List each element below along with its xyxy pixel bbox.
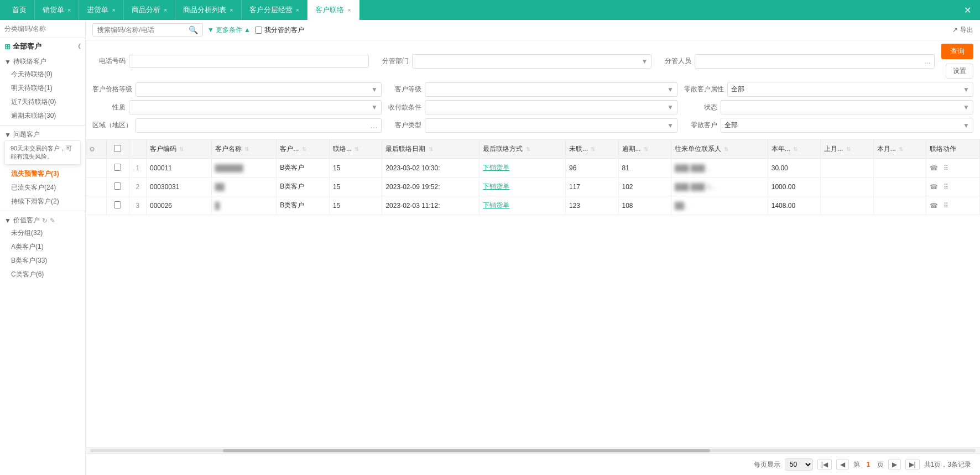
sidebar-item-7days-contact[interactable]: 近7天待联络(0) (0, 95, 85, 109)
filter-input-phone[interactable] (129, 55, 369, 68)
sidebar-item-ungrouped[interactable]: 未分组(32) (0, 226, 85, 240)
cell-last-contact-way[interactable]: 下销货单 (479, 178, 566, 196)
row-checkbox[interactable] (114, 182, 121, 190)
tab-customer-contact[interactable]: 客户联络 × (307, 0, 359, 20)
sidebar-item-churned[interactable]: 已流失客户(24) (0, 181, 85, 195)
more-actions-icon[interactable]: ⠿ (943, 164, 948, 172)
toolbar-right: ↗ 导出 (952, 25, 973, 35)
filter-select-person[interactable]: … (695, 54, 935, 69)
contact-icon[interactable]: ☎ (930, 164, 938, 172)
close-icon[interactable]: × (296, 7, 299, 13)
th-last-contact-way[interactable]: 最后联络方式 ⇅ (479, 140, 566, 159)
scrollbar-thumb[interactable] (223, 449, 710, 452)
close-icon[interactable]: × (230, 7, 233, 13)
th-last-contact-date[interactable]: 最后联络日期 ⇅ (382, 140, 479, 159)
sidebar-group-pending[interactable]: ▼ 待联络客户 (0, 55, 85, 67)
filter-select-customer-type[interactable]: ▼ (425, 118, 677, 133)
export-button[interactable]: ↗ 导出 (952, 25, 973, 35)
filter-select-status[interactable]: ▼ (721, 100, 973, 114)
contact-icon[interactable]: ☎ (930, 202, 938, 210)
sidebar-item-declining[interactable]: 持续下滑客户(2) (0, 195, 85, 208)
close-icon[interactable]: × (164, 7, 167, 13)
sidebar-item-class-a[interactable]: A类客户(1) (0, 240, 85, 254)
th-type[interactable]: 客户... ⇅ (277, 140, 330, 159)
sidebar-item-overdue-contact[interactable]: 逾期未联络(30) (0, 109, 85, 123)
horizontal-scrollbar[interactable] (86, 447, 980, 453)
first-page-button[interactable]: |◀ (817, 459, 832, 470)
sidebar-item-today-contact[interactable]: 今天待联络(0) (0, 67, 85, 81)
sidebar-item-tomorrow-contact[interactable]: 明天待联络(1) (0, 81, 85, 95)
tab-home[interactable]: 首页 (4, 0, 35, 20)
th-this-year[interactable]: 本年... ⇅ (768, 140, 821, 159)
cell-action[interactable]: ☎ ⠿ (926, 196, 980, 215)
th-last-month[interactable]: 上月... ⇅ (821, 140, 874, 159)
close-icon[interactable]: × (112, 7, 115, 13)
th-settings[interactable]: ⚙ (86, 140, 106, 159)
settings-gear-icon[interactable]: ⚙ (89, 145, 95, 153)
cell-last-contact-way[interactable]: 下销货单 (479, 159, 566, 178)
query-button[interactable]: 查询 (941, 44, 973, 59)
cell-code: 000011 (147, 159, 212, 178)
filter-select-retail[interactable]: 全部 ▼ (721, 118, 973, 133)
cell-last-contact-way[interactable]: 下销货单 (479, 196, 566, 215)
tab-sales[interactable]: 销货单 × (35, 0, 79, 20)
filter-select-payment[interactable]: ▼ (425, 100, 677, 114)
tab-customer-segment[interactable]: 客户分层经营 × (242, 0, 307, 20)
sidebar-item-class-b[interactable]: B类客户(33) (0, 254, 85, 268)
cell-checkbox[interactable] (106, 196, 129, 215)
next-page-button[interactable]: ▶ (888, 459, 901, 470)
th-name[interactable]: 客户名称 ⇅ (211, 140, 277, 159)
my-customers-checkbox-label[interactable]: 我分管的客户 (255, 25, 304, 35)
more-actions-icon[interactable]: ⠿ (943, 183, 948, 191)
tab-purchase[interactable]: 进货单 × (79, 0, 123, 20)
cell-settings (86, 196, 106, 215)
filter-select-region[interactable]: … (135, 118, 382, 133)
th-checkbox[interactable] (106, 140, 129, 159)
last-page-button[interactable]: ▶| (905, 459, 920, 470)
close-icon[interactable]: × (67, 7, 71, 13)
select-all-checkbox[interactable] (114, 145, 121, 152)
more-actions-icon[interactable]: ⠿ (943, 202, 948, 210)
window-close-button[interactable]: ✕ (960, 5, 976, 15)
cell-uncontacted: 117 (565, 178, 618, 196)
sidebar-group-value[interactable]: ▼ 价值客户 ↻ ✎ (0, 213, 85, 226)
th-this-month[interactable]: 本月... ⇅ (873, 140, 926, 159)
sidebar-search-input[interactable] (4, 25, 86, 33)
filter-select-nature[interactable]: ▼ (129, 100, 382, 114)
edit-icon[interactable]: ✎ (50, 217, 55, 225)
sidebar-item-churn-warning[interactable]: 流失预警客户(3) (0, 167, 85, 181)
row-checkbox[interactable] (114, 201, 121, 208)
prev-page-button[interactable]: ◀ (836, 459, 849, 470)
cell-checkbox[interactable] (106, 159, 129, 178)
filter-more-button[interactable]: ▼ 更多条件 ▲ (207, 25, 251, 35)
filter-select-zero-attr[interactable]: 全部 ▼ (727, 82, 973, 97)
dots-icon[interactable]: … (370, 121, 378, 130)
sidebar-item-class-c[interactable]: C类客户(6) (0, 268, 85, 281)
cell-action[interactable]: ☎ ⠿ (926, 178, 980, 196)
cell-action[interactable]: ☎ ⠿ (926, 159, 980, 178)
th-contact[interactable]: 联络... ⇅ (329, 140, 382, 159)
contact-icon[interactable]: ☎ (930, 183, 938, 191)
search-button[interactable]: 🔍 (189, 25, 198, 34)
th-contacts[interactable]: 往来单位联系人 ⇅ (671, 140, 768, 159)
divider (0, 211, 85, 211)
th-overdue[interactable]: 逾期... ⇅ (618, 140, 671, 159)
th-uncontacted[interactable]: 未联... ⇅ (565, 140, 618, 159)
tab-product-analysis-list[interactable]: 商品分析列表 × (175, 0, 241, 20)
page-size-select[interactable]: 50 100 (785, 458, 813, 471)
search-input[interactable] (97, 26, 189, 34)
filter-select-customer-level[interactable]: ▼ (425, 82, 677, 97)
my-customers-checkbox[interactable] (255, 27, 262, 34)
sidebar-all-customers[interactable]: ⊞ 全部客户 《 (0, 38, 85, 55)
filter-select-dept[interactable]: ▼ (412, 54, 652, 69)
sidebar-group-problem[interactable]: ▼ 问题客户 (0, 128, 85, 140)
row-checkbox[interactable] (114, 164, 121, 171)
refresh-icon[interactable]: ↻ (42, 217, 48, 225)
cell-checkbox[interactable] (106, 178, 129, 196)
settings-button[interactable]: 设置 (946, 64, 973, 79)
cell-last-month (821, 159, 874, 178)
tab-product-analysis[interactable]: 商品分析 × (124, 0, 175, 20)
filter-select-price-level[interactable]: ▼ (135, 82, 382, 97)
close-icon[interactable]: × (347, 7, 351, 13)
th-code[interactable]: 客户编码 ⇅ (147, 140, 212, 159)
